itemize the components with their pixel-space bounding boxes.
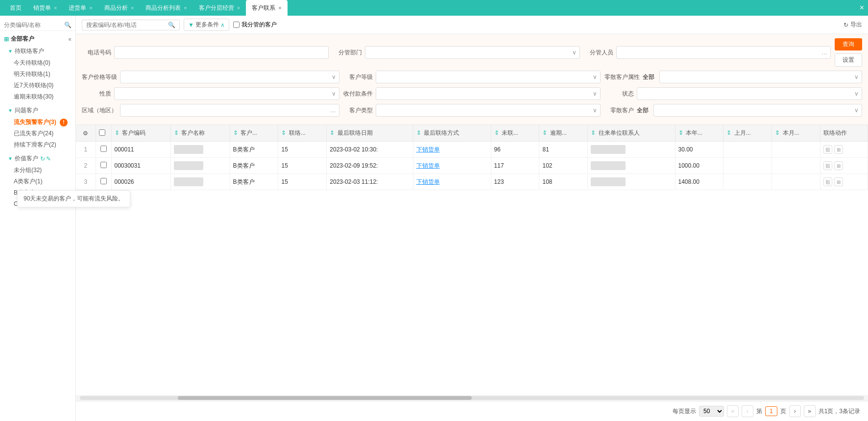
horizontal-scrollbar[interactable] xyxy=(76,395,868,401)
row-grid-icon-2[interactable]: ⊞ xyxy=(834,161,843,170)
row-last-method-1[interactable]: 下销货单 xyxy=(413,142,491,158)
close-window-icon[interactable]: × xyxy=(860,3,864,12)
tab-close-product-analysis[interactable]: × xyxy=(131,5,134,11)
sidebar-collapse-icon[interactable]: « xyxy=(68,36,72,43)
select-all-checkbox[interactable] xyxy=(99,129,105,136)
tab-customer-tier[interactable]: 客户分层经营 × xyxy=(193,0,246,16)
row-checkbox-3[interactable] xyxy=(96,174,111,190)
row-checkbox-2[interactable] xyxy=(96,158,111,174)
sidebar-group-pending-expand-icon: ▼ xyxy=(8,49,13,54)
sidebar-item-tomorrow-contact[interactable]: 明天待联络(1) xyxy=(0,69,75,80)
filter-payment-select[interactable]: ∨ xyxy=(376,87,601,100)
search-icon[interactable]: 🔍 xyxy=(168,22,175,28)
search-input[interactable] xyxy=(86,22,168,28)
filter-row-2: 客户价格等级 ∨ 客户等级 ∨ 零散客户属性 全部 xyxy=(82,71,862,83)
value-customer-edit-icon[interactable]: ✎ xyxy=(46,155,51,162)
next-page-btn[interactable]: › xyxy=(789,405,801,417)
sidebar-search-icon[interactable]: 🔍 xyxy=(64,22,72,28)
sidebar-item-week-contact[interactable]: 近7天待联络(0) xyxy=(0,80,75,91)
filter-price-tier-select[interactable]: ∨ xyxy=(120,71,339,83)
col-last-date-header[interactable]: ⇕ 最后联络日期 xyxy=(327,125,413,142)
tab-product-analysis-list[interactable]: 商品分析列表 × xyxy=(140,0,193,16)
last-page-btn[interactable]: » xyxy=(804,405,816,417)
sidebar-item-churned[interactable]: 已流失客户(24) xyxy=(0,128,75,139)
col-last-month-header[interactable]: ⇕ 上月... xyxy=(723,125,772,142)
col-name-header[interactable]: ⇕ 客户名称 xyxy=(170,125,230,142)
col-contact-header[interactable]: ⇕ 联络... xyxy=(278,125,327,142)
filter-customer-type-select[interactable]: ∨ xyxy=(376,104,601,117)
tab-close-purchase-order[interactable]: × xyxy=(89,5,92,11)
filter-retail-attr-select[interactable]: ∨ xyxy=(659,71,862,83)
sidebar-group-value-customer[interactable]: ▼ 价值客户 ↻ ✎ xyxy=(0,152,75,165)
tab-purchase-order[interactable]: 进货单 × xyxy=(63,0,98,16)
query-button[interactable]: 查询 xyxy=(835,38,862,50)
more-conditions-btn[interactable]: ▼ 更多条件 ∧ xyxy=(184,19,229,31)
col-settings-icon[interactable]: ⚙ xyxy=(83,130,88,137)
settings-button[interactable]: 设置 xyxy=(835,53,862,67)
tab-close-sales-order[interactable]: × xyxy=(54,5,57,11)
tab-close-customer-tier[interactable]: × xyxy=(237,5,240,11)
filter-customer-tier-select[interactable]: ∨ xyxy=(376,71,601,83)
row-this-year-2: 1000.00 xyxy=(675,158,723,174)
tab-customer-contact[interactable]: 客户联系 × xyxy=(246,0,287,16)
sidebar-item-class-a[interactable]: A类客户(1) xyxy=(0,176,75,187)
col-type-header[interactable]: ⇕ 客户... xyxy=(230,125,278,142)
row-name-1: ████ xyxy=(170,142,230,158)
filter-region-select[interactable]: … xyxy=(120,104,339,117)
row-last-method-3[interactable]: 下销货单 xyxy=(413,174,491,190)
col-checkbox-header[interactable] xyxy=(96,125,111,142)
sidebar-search-input[interactable] xyxy=(4,22,64,28)
per-page-select[interactable]: 50 100 xyxy=(699,406,724,417)
col-overdue-header[interactable]: ⇕ 逾期... xyxy=(539,125,588,142)
sidebar-item-overdue-contact[interactable]: 逾期未联络(30) xyxy=(0,91,75,102)
sidebar-item-declining[interactable]: 持续下滑客户(2) xyxy=(0,139,75,150)
filter-retail-attr-field: 零散客户属性 全部 ∨ xyxy=(604,71,862,83)
row-link-icon-2[interactable]: ⛓ xyxy=(823,161,832,170)
col-this-month-header[interactable]: ⇕ 本月... xyxy=(772,125,820,142)
value-customer-refresh-icon[interactable]: ↻ xyxy=(40,155,45,162)
filter-retail-customer-select[interactable]: ∨ xyxy=(653,104,862,117)
tab-sales-order[interactable]: 销货单 × xyxy=(27,0,63,16)
filter-nature-select[interactable]: ∨ xyxy=(114,87,339,100)
tab-close-customer-contact[interactable]: × xyxy=(278,5,281,11)
filter-customer-tier-field: 客户等级 ∨ xyxy=(343,71,601,83)
scrollbar-thumb[interactable] xyxy=(178,396,472,400)
scrollbar-track[interactable] xyxy=(80,396,864,400)
sidebar-item-today-contact[interactable]: 今天待联络(0) xyxy=(0,57,75,69)
filter-phone-input[interactable] xyxy=(114,46,329,59)
col-this-year-header[interactable]: ⇕ 本年... xyxy=(675,125,723,142)
row-last-date-3: 2023-02-03 11:12: xyxy=(327,174,413,190)
tab-product-analysis[interactable]: 商品分析 × xyxy=(98,0,140,16)
row-grid-icon-3[interactable]: ⊞ xyxy=(834,177,843,186)
main-container: 🔍 ⊞ 全部客户 « ▼ 待联络客户 今天待联络(0) 明天待联络(1) 近7天… xyxy=(0,16,868,421)
prev-page-btn[interactable]: ‹ xyxy=(742,405,753,417)
col-no-contact-header[interactable]: ⇕ 未联... xyxy=(491,125,539,142)
col-company-contact-header[interactable]: ⇕ 往来单位联系人 xyxy=(588,125,675,142)
sidebar-item-churn-warning[interactable]: 流失预警客户(3) ! xyxy=(0,117,75,128)
sidebar-group-pending-contact[interactable]: ▼ 待联络客户 xyxy=(0,45,75,57)
filter-nature-field: 性质 ∨ xyxy=(82,87,339,100)
sidebar-item-unclassified[interactable]: 未分组(32) xyxy=(0,165,75,176)
col-last-date-sort-icon: ⇕ xyxy=(330,129,335,136)
row-link-icon-3[interactable]: ⛓ xyxy=(823,177,832,186)
col-settings[interactable]: ⚙ xyxy=(76,125,96,142)
sidebar-group-problem-customer[interactable]: ▼ 问题客户 xyxy=(0,104,75,117)
row-grid-icon-1[interactable]: ⊞ xyxy=(834,145,843,154)
row-checkbox-1[interactable] xyxy=(96,142,111,158)
tab-home[interactable]: 首页 xyxy=(4,0,27,16)
filter-dept-select[interactable]: ∨ xyxy=(365,46,579,59)
row-last-method-2[interactable]: 下销货单 xyxy=(413,158,491,174)
my-customers-checkbox[interactable] xyxy=(233,22,240,28)
col-code-header[interactable]: ⇕ 客户编码 xyxy=(111,125,170,142)
row-type-2: B类客户 xyxy=(230,158,278,174)
sidebar-group-value-expand-icon: ▼ xyxy=(8,156,13,161)
sidebar-root[interactable]: ⊞ 全部客户 « xyxy=(0,33,75,45)
search-box[interactable]: 🔍 xyxy=(82,20,180,30)
row-link-icon-1[interactable]: ⛓ xyxy=(823,145,832,154)
filter-person-select[interactable]: … xyxy=(616,46,831,59)
col-last-method-header[interactable]: ⇕ 最后联络方式 xyxy=(413,125,491,142)
filter-status-select[interactable]: ∨ xyxy=(637,87,862,100)
first-page-btn[interactable]: « xyxy=(727,405,739,417)
export-btn[interactable]: ↻ 导出 xyxy=(844,21,862,29)
tab-close-product-analysis-list[interactable]: × xyxy=(184,5,187,11)
